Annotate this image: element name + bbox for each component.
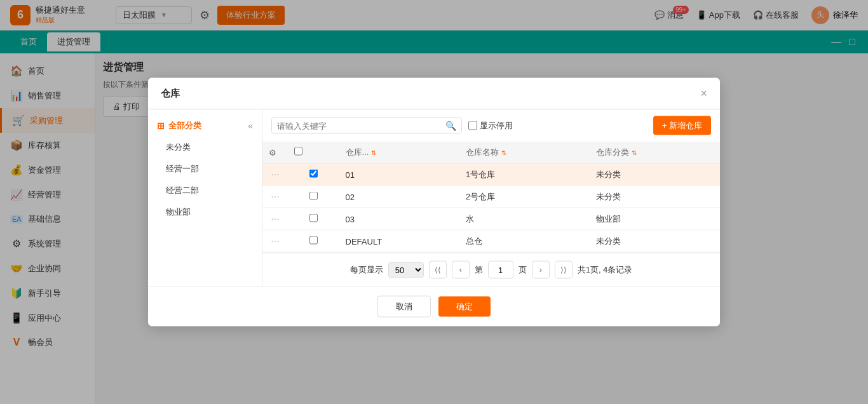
modal-close-button[interactable]: × (700, 87, 707, 100)
search-box: 🔍 (271, 118, 462, 134)
row-name: 水 (459, 208, 590, 230)
th-checkbox (288, 142, 339, 164)
th-category-label: 仓库分类 (596, 147, 629, 158)
th-code: 仓库... ⇅ (339, 142, 459, 164)
select-all-checkbox[interactable] (294, 147, 302, 156)
row-code: 01 (339, 163, 459, 185)
th-name: 仓库名称 ⇅ (459, 142, 590, 164)
table-container: ⚙ 仓库... ⇅ 仓库名称 ⇅ (262, 142, 720, 253)
cancel-button[interactable]: 取消 (377, 296, 431, 318)
show-disabled-checkbox-label[interactable]: 显示停用 (468, 120, 513, 131)
prev-page-button[interactable]: ‹ (452, 261, 470, 279)
next-page-button[interactable]: › (532, 261, 550, 279)
page-label: 第 (475, 264, 483, 276)
category-panel: ⊞ 全部分类 « 未分类 经营一部 经营二部 物业部 (148, 110, 262, 286)
table-row[interactable]: ··· 02 2号仓库 未分类 (262, 185, 720, 208)
th-name-sort-icon[interactable]: ⇅ (501, 149, 506, 156)
table-panel: 🔍 显示停用 + 新增仓库 ⚙ (262, 110, 720, 286)
row-checkbox[interactable] (288, 230, 339, 252)
row-select-checkbox[interactable] (309, 170, 318, 178)
modal-header: 仓库 × (148, 78, 720, 110)
search-icon[interactable]: 🔍 (445, 121, 456, 131)
row-category: 未分类 (590, 163, 720, 185)
row-code: 02 (339, 185, 459, 208)
first-page-button[interactable]: ⟨⟨ (429, 261, 447, 279)
row-more[interactable]: ··· (262, 163, 288, 185)
modal-footer: 取消 确定 (148, 286, 720, 327)
row-category: 未分类 (590, 230, 720, 252)
th-code-sort-icon[interactable]: ⇅ (371, 149, 376, 156)
search-input[interactable] (277, 121, 442, 130)
show-disabled-label: 显示停用 (480, 120, 513, 131)
collapse-icon[interactable]: « (248, 121, 253, 131)
row-checkbox[interactable] (288, 163, 339, 185)
th-category: 仓库分类 ⇅ (590, 142, 720, 164)
more-icon[interactable]: ··· (271, 169, 279, 180)
th-name-label: 仓库名称 (466, 147, 499, 158)
category-all-header[interactable]: ⊞ 全部分类 « (148, 115, 262, 137)
table-toolbar: 🔍 显示停用 + 新增仓库 (262, 110, 720, 142)
grid-icon: ⊞ (157, 121, 165, 131)
table-header-row: ⚙ 仓库... ⇅ 仓库名称 ⇅ (262, 142, 720, 164)
row-code: 03 (339, 208, 459, 230)
page-number-input[interactable] (488, 261, 513, 279)
row-more[interactable]: ··· (262, 230, 288, 252)
row-category: 未分类 (590, 185, 720, 208)
total-info: 共1页, 4条记录 (578, 264, 633, 276)
row-checkbox[interactable] (288, 185, 339, 208)
category-item-unclassified[interactable]: 未分类 (148, 137, 262, 158)
show-disabled-checkbox[interactable] (468, 121, 477, 130)
row-select-checkbox[interactable] (309, 192, 318, 200)
warehouse-table: ⚙ 仓库... ⇅ 仓库名称 ⇅ (262, 142, 720, 253)
table-row[interactable]: ··· 01 1号仓库 未分类 (262, 163, 720, 185)
confirm-button[interactable]: 确定 (438, 297, 491, 317)
th-category-sort-icon[interactable]: ⇅ (632, 149, 637, 156)
row-more[interactable]: ··· (262, 185, 288, 208)
add-warehouse-button[interactable]: + 新增仓库 (653, 116, 711, 135)
row-select-checkbox[interactable] (309, 214, 318, 222)
table-body: ··· 01 1号仓库 未分类 ··· 02 2号仓库 未分类 ··· 03 水… (262, 163, 720, 252)
page-unit-label: 页 (519, 264, 527, 276)
warehouse-modal: 仓库 × ⊞ 全部分类 « 未分类 经营一部 经营二部 物业部 (148, 78, 720, 327)
row-checkbox[interactable] (288, 208, 339, 230)
th-settings[interactable]: ⚙ (262, 142, 288, 164)
table-row[interactable]: ··· DEFAULT 总仓 未分类 (262, 230, 720, 252)
row-more[interactable]: ··· (262, 208, 288, 230)
th-code-label: 仓库... (346, 147, 369, 158)
row-name: 2号仓库 (459, 185, 590, 208)
modal-title: 仓库 (161, 88, 180, 100)
category-item-dept2[interactable]: 经营二部 (148, 180, 262, 201)
more-icon[interactable]: ··· (271, 236, 279, 246)
pagination: 每页显示 50 10 20 100 ⟨⟨ ‹ 第 页 › ⟩⟩ 共1页, 4条记… (262, 253, 720, 286)
last-page-button[interactable]: ⟩⟩ (555, 261, 573, 279)
row-code: DEFAULT (339, 230, 459, 252)
row-category: 物业部 (590, 208, 720, 230)
category-all-label: ⊞ 全部分类 (157, 120, 201, 131)
more-icon[interactable]: ··· (271, 213, 279, 224)
row-select-checkbox[interactable] (309, 236, 318, 245)
modal-body: ⊞ 全部分类 « 未分类 经营一部 经营二部 物业部 🔍 显示停用 (148, 110, 720, 286)
table-row[interactable]: ··· 03 水 物业部 (262, 208, 720, 230)
per-page-select[interactable]: 50 10 20 100 (388, 262, 424, 278)
category-item-property[interactable]: 物业部 (148, 201, 262, 223)
row-name: 1号仓库 (459, 163, 590, 185)
category-item-dept1[interactable]: 经营一部 (148, 158, 262, 180)
more-icon[interactable]: ··· (271, 191, 279, 202)
row-name: 总仓 (459, 230, 590, 252)
per-page-label: 每页显示 (350, 264, 383, 276)
